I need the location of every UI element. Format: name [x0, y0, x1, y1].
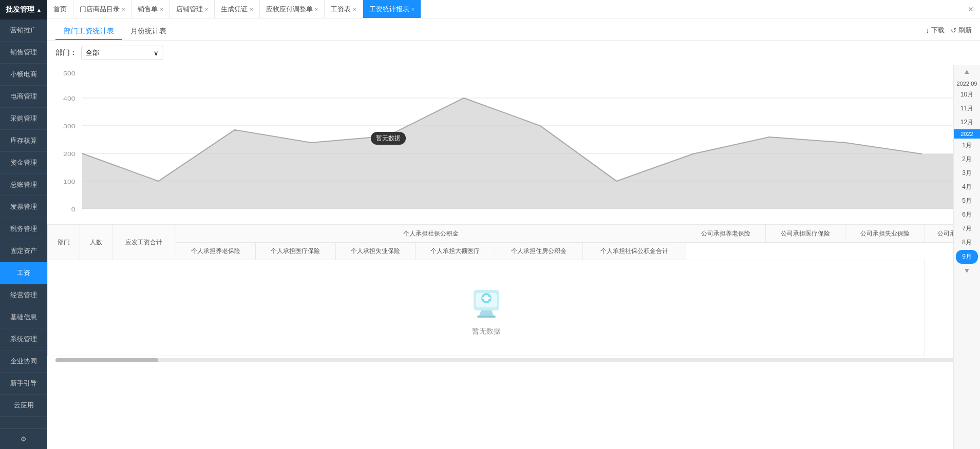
sidebar-item-小畅电商[interactable]: 小畅电商: [0, 64, 47, 86]
calendar-month-aug[interactable]: 8月: [954, 236, 980, 249]
col-company-medical: 公司承担医疗保险: [766, 225, 845, 243]
data-table: 部门 人数 应发工资合计 个人承担社保公积金 公司承担养老保险 公司承担医疗保险…: [47, 224, 980, 449]
dept-select[interactable]: 全部 ∨: [81, 46, 163, 60]
calendar-year-label: 2022.09: [954, 77, 980, 88]
sidebar-item-销售管理[interactable]: 销售管理: [0, 42, 47, 64]
sidebar-item-总账管理[interactable]: 总账管理: [0, 174, 47, 196]
col-personal-bigmedical: 个人承担大额医疗: [415, 243, 495, 260]
calendar-month-jan[interactable]: 1月: [954, 139, 980, 152]
calendar-up-button[interactable]: ▲: [954, 65, 980, 77]
calendar-month-jun[interactable]: 6月: [954, 208, 980, 222]
refresh-label: 刷新: [958, 26, 972, 35]
table-row: 暂无数据: [48, 260, 980, 356]
sidebar-item-采购管理[interactable]: 采购管理: [0, 108, 47, 130]
sidebar-item-新手引导[interactable]: 新手引导: [0, 373, 47, 395]
tab-首页[interactable]: 首页: [47, 0, 73, 18]
close-button[interactable]: ✕: [966, 5, 976, 13]
col-company-pension: 公司承担养老保险: [686, 225, 765, 243]
sidebar-item-资金管理[interactable]: 资金管理: [0, 152, 47, 174]
svg-rect-18: [477, 316, 496, 318]
calendar-month-feb[interactable]: 2月: [954, 152, 980, 166]
tab-店铺管理[interactable]: 店铺管理×: [170, 0, 215, 18]
empty-state: 暂无数据: [54, 264, 918, 352]
download-icon: ↓: [926, 27, 930, 34]
tab-close-门店商品目录[interactable]: ×: [122, 6, 125, 12]
calendar-month-apr[interactable]: 4月: [954, 180, 980, 194]
calendar-month-mar[interactable]: 3月: [954, 166, 980, 180]
tab-销售单[interactable]: 销售单×: [131, 0, 169, 18]
sidebar-item-营销推广[interactable]: 营销推广: [0, 19, 47, 42]
tab-应收应付调整单[interactable]: 应收应付调整单×: [260, 0, 325, 18]
svg-text:100: 100: [63, 179, 76, 185]
minimize-button[interactable]: —: [950, 5, 962, 13]
calendar-month-dec[interactable]: 12月: [954, 115, 980, 129]
content-toolbar: 部门： 全部 ∨: [47, 41, 980, 65]
sidebar-item-云应用[interactable]: 云应用: [0, 395, 47, 417]
col-personal-total: 个人承担社保公积金合计: [582, 243, 686, 260]
tab-工资统计报表[interactable]: 工资统计报表×: [363, 0, 421, 18]
calendar-month-may[interactable]: 5月: [954, 194, 980, 208]
col-group-personal: 个人承担社保公积金: [176, 225, 686, 243]
refresh-icon: ↺: [951, 27, 956, 34]
sidebar-item-发票管理[interactable]: 发票管理: [0, 196, 47, 218]
sidebar-item-库存核算[interactable]: 库存核算: [0, 130, 47, 152]
tab-bar: 首页门店商品目录×销售单×店铺管理×生成凭证×应收应付调整单×工资表×工资统计报…: [47, 0, 980, 18]
chart-area: 0 100 200 300 400 500: [47, 65, 980, 224]
calendar-month-jul[interactable]: 7月: [954, 222, 980, 236]
chevron-down-icon: ∨: [154, 49, 159, 57]
content-area: 部门工资统计表月份统计表 ↓ 下载 ↺ 刷新 部门： 全部 ∨: [47, 18, 980, 449]
sidebar-item-税务管理[interactable]: 税务管理: [0, 218, 47, 240]
svg-text:0: 0: [71, 206, 76, 213]
col-company-unemploy: 公司承担失业保险: [845, 225, 925, 243]
col-personal-unemploy: 个人承担失业保险: [335, 243, 415, 260]
svg-rect-16: [484, 295, 488, 301]
tab-close-应收应付调整单[interactable]: ×: [315, 6, 318, 12]
sidebar-header[interactable]: 批发管理 ▲: [0, 0, 47, 19]
tab-close-店铺管理[interactable]: ×: [205, 6, 208, 12]
svg-text:200: 200: [63, 151, 76, 158]
refresh-button[interactable]: ↺ 刷新: [951, 26, 972, 35]
svg-text:300: 300: [63, 123, 76, 130]
sidebar-item-固定资产[interactable]: 固定资产: [0, 240, 47, 262]
sidebar-item-经营管理[interactable]: 经营管理: [0, 284, 47, 306]
col-headcount: 人数: [80, 225, 112, 260]
window-controls: — ✕: [950, 5, 980, 13]
dept-value: 全部: [86, 48, 99, 57]
main-area: 首页门店商品目录×销售单×店铺管理×生成凭证×应收应付调整单×工资表×工资统计报…: [47, 0, 980, 449]
calendar-year-2022: 2022: [954, 129, 980, 139]
sidebar-item-系统管理[interactable]: 系统管理: [0, 328, 47, 350]
svg-text:500: 500: [63, 70, 76, 77]
tab-close-工资统计报表[interactable]: ×: [411, 6, 414, 12]
dept-label: 部门：: [55, 48, 77, 57]
tab-close-工资表[interactable]: ×: [353, 6, 356, 12]
svg-text:400: 400: [63, 95, 76, 102]
sub-tabs: 部门工资统计表月份统计表 ↓ 下载 ↺ 刷新: [47, 18, 980, 41]
empty-text: 暂无数据: [472, 327, 501, 336]
tab-工资表[interactable]: 工资表×: [325, 0, 363, 18]
sidebar-item-工资[interactable]: 工资: [0, 262, 47, 284]
calendar-month-nov[interactable]: 11月: [954, 102, 980, 115]
sidebar-item-电商管理[interactable]: 电商管理: [0, 86, 47, 108]
sidebar-item-基础信息[interactable]: 基础信息: [0, 306, 47, 328]
empty-illustration: [466, 280, 507, 321]
tab-生成凭证[interactable]: 生成凭证×: [215, 0, 259, 18]
calendar-month-oct[interactable]: 10月: [954, 88, 980, 102]
sidebar-title: 批发管理: [6, 5, 34, 14]
col-dept: 部门: [48, 225, 80, 260]
settings-button[interactable]: ⚙: [0, 428, 47, 449]
svg-marker-11: [82, 98, 965, 209]
sidebar: 批发管理 ▲ 营销推广销售管理小畅电商电商管理采购管理库存核算资金管理总账管理发…: [0, 0, 47, 449]
col-personal-pension: 个人承担养老保险: [176, 243, 256, 260]
col-personal-medical: 个人承担医疗保险: [256, 243, 335, 260]
sub-tab-部门工资统计表[interactable]: 部门工资统计表: [55, 24, 122, 40]
tab-close-销售单[interactable]: ×: [160, 6, 163, 12]
tab-close-生成凭证[interactable]: ×: [250, 6, 253, 12]
calendar-month-sep[interactable]: 9月: [956, 250, 978, 264]
sidebar-item-企业协同[interactable]: 企业协同: [0, 350, 47, 373]
tab-门店商品目录[interactable]: 门店商品目录×: [73, 0, 131, 18]
horizontal-scrollbar[interactable]: [55, 358, 972, 362]
download-button[interactable]: ↓ 下载: [926, 26, 945, 35]
col-personal-housing: 个人承担住房公积金: [495, 243, 582, 260]
sub-tab-月份统计表[interactable]: 月份统计表: [122, 24, 175, 40]
calendar-down-button[interactable]: ▼: [954, 264, 980, 277]
